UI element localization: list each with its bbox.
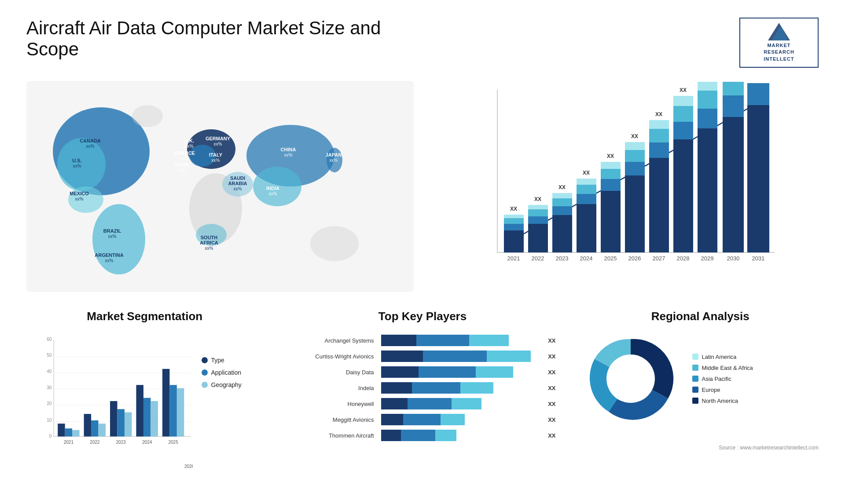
svg-point-148 — [606, 354, 655, 403]
svg-text:xx%: xx% — [212, 158, 220, 163]
source-text: Source : www.marketresearchintellect.com — [582, 445, 819, 451]
regional-title: Regional Analysis — [582, 310, 819, 323]
legend-north-america: North America — [692, 398, 753, 404]
key-players-section: Top Key Players Archangel Systems XX Cur… — [281, 310, 565, 472]
player-value: XX — [548, 416, 555, 423]
svg-text:30: 30 — [47, 385, 52, 390]
player-bar — [381, 398, 542, 409]
svg-text:2026: 2026 — [628, 255, 641, 262]
legend-mea: Middle East & Africa — [692, 365, 753, 371]
player-value: XX — [548, 369, 555, 376]
svg-rect-83 — [625, 162, 645, 175]
svg-text:2023: 2023 — [556, 255, 569, 262]
player-value: XX — [548, 432, 555, 439]
svg-text:xx%: xx% — [185, 144, 194, 149]
svg-text:xx%: xx% — [234, 186, 242, 191]
svg-text:xx%: xx% — [205, 246, 213, 251]
svg-rect-58 — [528, 224, 548, 252]
svg-text:XX: XX — [510, 206, 517, 212]
svg-rect-131 — [91, 420, 98, 437]
player-name: Honeywell — [290, 401, 378, 407]
donut-chart-svg — [582, 330, 679, 427]
svg-rect-138 — [136, 385, 143, 437]
svg-rect-66 — [552, 198, 572, 206]
legend-europe-label: Europe — [702, 387, 720, 393]
svg-text:XX: XX — [631, 133, 638, 139]
player-name: Daisy Data — [290, 369, 378, 376]
segmentation-chart-svg: 0 10 20 30 40 50 60 — [40, 330, 193, 462]
svg-rect-105 — [723, 117, 744, 252]
svg-text:XX: XX — [534, 196, 541, 202]
player-value: XX — [548, 353, 555, 360]
legend-latin-america-label: Latin America — [702, 354, 737, 360]
svg-rect-94 — [673, 139, 693, 252]
svg-point-4 — [68, 186, 103, 213]
page-title: Aircraft Air Data Computer Market Size a… — [26, 18, 422, 60]
svg-rect-144 — [177, 388, 184, 437]
svg-text:xx%: xx% — [181, 156, 189, 161]
svg-text:2024: 2024 — [142, 440, 152, 445]
logo-icon — [768, 23, 790, 40]
player-bar — [381, 366, 542, 378]
svg-rect-107 — [723, 82, 744, 95]
svg-text:ARABIA: ARABIA — [228, 181, 247, 186]
svg-text:GERMANY: GERMANY — [206, 136, 231, 141]
svg-rect-110 — [747, 83, 769, 105]
svg-rect-78 — [601, 169, 621, 179]
growth-chart-svg: XX 2021 XX 2022 XX 2023 XX 2024 — [431, 81, 819, 292]
player-name: Thommen Aircraft — [290, 432, 378, 439]
donut-container: Latin America Middle East & Africa Asia … — [582, 330, 819, 427]
svg-text:2024: 2024 — [580, 255, 593, 262]
svg-rect-100 — [698, 128, 717, 252]
svg-rect-65 — [552, 206, 572, 215]
player-row-honeywell: Honeywell XX — [290, 398, 556, 409]
top-section: CANADA xx% U.S. xx% MEXICO xx% BRAZIL xx… — [26, 81, 819, 292]
svg-text:BRAZIL: BRAZIL — [103, 228, 121, 234]
svg-rect-136 — [125, 413, 132, 437]
svg-text:SAUDI: SAUDI — [230, 175, 245, 181]
svg-text:2021: 2021 — [507, 255, 520, 262]
svg-rect-128 — [72, 430, 79, 437]
svg-text:2027: 2027 — [653, 255, 665, 262]
legend-europe: Europe — [692, 387, 753, 393]
svg-rect-85 — [625, 142, 645, 150]
svg-text:60: 60 — [47, 337, 52, 342]
svg-text:U.K.: U.K. — [184, 138, 194, 143]
svg-rect-90 — [649, 129, 669, 142]
player-row-archangel: Archangel Systems XX — [290, 335, 556, 346]
svg-rect-70 — [577, 204, 596, 252]
svg-rect-84 — [625, 150, 645, 162]
svg-text:ARGENTINA: ARGENTINA — [95, 252, 123, 258]
svg-rect-59 — [528, 216, 548, 224]
svg-rect-134 — [110, 401, 117, 436]
svg-text:CHINA: CHINA — [281, 147, 296, 152]
svg-text:xx%: xx% — [178, 168, 186, 173]
player-name: Curtiss-Wright Avionics — [290, 353, 378, 360]
svg-text:xx%: xx% — [214, 142, 222, 146]
world-map: CANADA xx% U.S. xx% MEXICO xx% BRAZIL xx… — [26, 81, 414, 292]
player-value: XX — [548, 385, 555, 391]
player-value: XX — [548, 337, 555, 344]
svg-text:2023: 2023 — [116, 440, 126, 445]
player-row-indela: Indela XX — [290, 382, 556, 394]
segmentation-section: Market Segmentation 0 10 20 30 40 50 60 — [26, 310, 263, 472]
svg-rect-96 — [673, 106, 693, 122]
player-bar — [381, 335, 542, 346]
svg-rect-97 — [673, 96, 693, 106]
legend-asia-pacific-label: Asia Pacific — [702, 376, 731, 382]
svg-text:xx%: xx% — [330, 158, 338, 163]
svg-text:JAPAN: JAPAN — [326, 152, 342, 157]
player-name: Indela — [290, 385, 378, 391]
svg-rect-79 — [601, 162, 621, 169]
svg-rect-72 — [577, 185, 596, 194]
regional-section: Regional Analysis Latin Ameri — [582, 310, 819, 472]
svg-rect-132 — [99, 424, 106, 436]
legend-type: Type — [202, 357, 263, 364]
growth-chart: XX 2021 XX 2022 XX 2023 XX 2024 — [431, 81, 819, 292]
svg-rect-106 — [723, 95, 744, 117]
svg-text:xx%: xx% — [284, 153, 293, 157]
svg-rect-143 — [169, 385, 176, 437]
seg-x-label: 2026 — [40, 461, 193, 470]
player-row-daisy: Daisy Data XX — [290, 366, 556, 378]
svg-text:50: 50 — [47, 353, 52, 358]
